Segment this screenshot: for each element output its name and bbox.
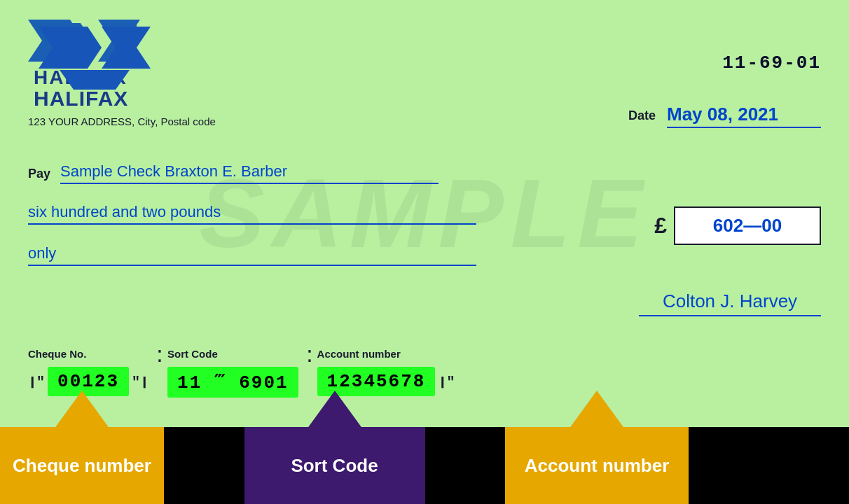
signature-value: Colton J. Harvey <box>639 290 821 315</box>
micr-sort-group: Sort Code 11 ‴ 6901 <box>167 348 298 398</box>
amount-box: 602—00 <box>674 206 821 245</box>
micr-bar-left: ❙" <box>28 373 45 391</box>
svg-text:HALIFAX: HALIFAX <box>34 87 128 110</box>
bottom-account-section: Account number <box>505 427 689 504</box>
halifax-logo-container: HALIFAX <box>28 20 161 113</box>
amount-box-area: £ 602—00 <box>654 206 821 245</box>
pay-label: Pay <box>28 167 50 184</box>
pound-sign: £ <box>654 213 667 239</box>
address-line: 123 YOUR ADDRESS, City, Postal code <box>28 115 216 127</box>
micr-account-label: Account number <box>317 348 401 360</box>
signature-area: Colton J. Harvey <box>639 290 821 316</box>
sort-bottom-label: Sort Code <box>291 455 378 477</box>
bottom-cheque-section: Cheque number <box>0 427 164 504</box>
pay-area: Pay Sample Check Braxton E. Barber <box>28 162 439 184</box>
date-value: May 08, 2021 <box>667 104 821 128</box>
micr-sort-number: 11 ‴ 6901 <box>167 367 298 398</box>
account-arrow <box>569 391 625 429</box>
account-bottom-label: Account number <box>525 455 670 477</box>
svg-marker-7 <box>102 27 151 69</box>
cheque-body: SAMPLE HALIFAX HALIFAX 12 <box>0 0 849 427</box>
pay-to-value: Sample Check Braxton E. Barber <box>60 162 439 184</box>
date-area: Date May 08, 2021 <box>628 104 821 128</box>
halifax-svg: HALIFAX <box>28 20 161 111</box>
cheque-bottom-label: Cheque number <box>13 455 151 477</box>
micr-bar-right: "❙ <box>132 373 149 391</box>
cheque-label-box: Cheque number <box>0 427 164 504</box>
account-label-box: Account number <box>505 427 689 504</box>
bottom-sort-section: Sort Code <box>244 427 425 504</box>
spacer-3 <box>689 427 849 504</box>
sort-arrow <box>307 391 363 429</box>
amount-words-line1: six hundred and two pounds <box>28 203 476 225</box>
date-label: Date <box>628 108 656 123</box>
spacer-2 <box>425 427 506 504</box>
bottom-bar: Cheque number Sort Code Account number <box>0 427 849 504</box>
micr-sort-row: 11 ‴ 6901 <box>167 367 298 398</box>
micr-sort-label: Sort Code <box>167 348 218 360</box>
svg-marker-6 <box>39 27 102 69</box>
sort-label-box: Sort Code <box>244 427 425 504</box>
spacer-1 <box>164 427 244 504</box>
sort-code-display: 11-69-01 <box>722 52 821 74</box>
micr-cheque-label: Cheque No. <box>28 348 86 360</box>
micr-account-group: Account number 12345678 ❙" <box>317 348 455 396</box>
amount-words-line2: only <box>28 244 476 266</box>
micr-bar-account-right: ❙" <box>438 373 455 391</box>
amount-words-area: six hundred and two pounds only <box>28 203 476 266</box>
cheque-arrow <box>54 391 110 429</box>
micr-cheque-group: Cheque No. ❙" 00123 "❙ <box>28 348 149 396</box>
